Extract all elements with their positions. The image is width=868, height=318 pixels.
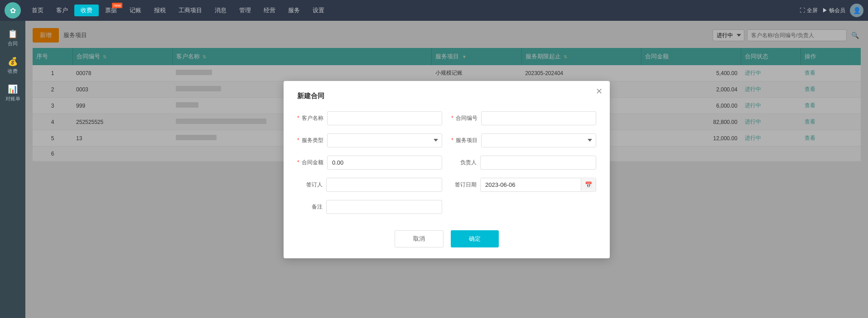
modal-title: 新建合同 [297, 92, 596, 100]
note-input[interactable] [326, 200, 442, 214]
nav-manage[interactable]: 管理 [233, 5, 257, 16]
modal-footer: 取消 确定 [297, 223, 596, 247]
note-label: 备注 [297, 203, 323, 211]
main-layout: 📋 合同 💰 收费 📊 对账单 新增 服务项目 进行中 全部 已完成 已终止 [0, 21, 868, 318]
cancel-button[interactable]: 取消 [395, 230, 444, 247]
member-button[interactable]: ▶ 畅会员 [822, 7, 845, 14]
service-item-label: * 服务项目 [451, 137, 477, 144]
confirm-button[interactable]: 确定 [451, 230, 499, 247]
service-item-select[interactable] [481, 133, 596, 147]
nav-settings[interactable]: 设置 [306, 5, 331, 16]
service-type-select[interactable] [327, 133, 442, 147]
signer-label: 签订人 [297, 181, 323, 189]
nav-invoice[interactable]: 票据 new [99, 5, 123, 16]
form-group-responsible: 负责人 [451, 156, 596, 170]
content-area: 新增 服务项目 进行中 全部 已完成 已终止 🔍 序号 合同编号 [25, 21, 868, 318]
form-row-5: 备注 [297, 200, 596, 214]
sidebar-item-contract[interactable]: 📋 合同 [1, 25, 24, 51]
statement-icon: 📊 [8, 84, 18, 94]
nav-message[interactable]: 消息 [208, 5, 233, 16]
sign-date-label: 签订日期 [451, 181, 477, 189]
date-input-wrapper: 📅 [480, 178, 596, 192]
form-row-3: * 合同金额 负责人 [297, 156, 596, 170]
responsible-input[interactable] [480, 156, 596, 170]
sidebar-item-charge[interactable]: 💰 收费 [1, 53, 24, 78]
sidebar: 📋 合同 💰 收费 📊 对账单 [0, 21, 25, 318]
nav-operation[interactable]: 经营 [257, 5, 282, 16]
nav-service[interactable]: 服务 [282, 5, 306, 16]
form-group-contract-no: * 合同编号 [451, 111, 596, 125]
new-badge: new [112, 3, 122, 8]
fullscreen-button[interactable]: ⛶ 全屏 [800, 7, 817, 14]
signer-input[interactable] [326, 178, 442, 192]
top-navigation: ✿ 首页 客户 收费 票据 new 记账 报税 工商项目 消息 管理 经营 服务… [0, 0, 868, 21]
sidebar-item-statement[interactable]: 📊 对账单 [1, 81, 24, 106]
nav-menu: 首页 客户 收费 票据 new 记账 报税 工商项目 消息 管理 经营 服务 设… [25, 5, 800, 16]
form-row-4: 签订人 签订日期 📅 [297, 178, 596, 192]
form-group-signer: 签订人 [297, 178, 442, 192]
nav-home[interactable]: 首页 [25, 5, 50, 16]
sidebar-item-statement-label: 对账单 [5, 95, 20, 102]
form-group-service-type: * 服务类型 [297, 133, 442, 147]
new-contract-modal: ✕ 新建合同 * 客户名称 * 合同编号 [284, 81, 610, 258]
service-type-label: * 服务类型 [297, 137, 323, 144]
contract-no-label: * 合同编号 [451, 114, 477, 122]
sidebar-item-contract-label: 合同 [8, 40, 18, 47]
user-avatar[interactable]: 👤 [850, 4, 863, 17]
amount-input[interactable] [327, 156, 442, 170]
calendar-icon[interactable]: 📅 [581, 179, 596, 191]
form-group-note: 备注 [297, 200, 442, 214]
contract-icon: 📋 [8, 29, 18, 39]
customer-name-label: * 客户名称 [297, 114, 323, 122]
form-row-2: * 服务类型 * 服务项目 [297, 133, 596, 147]
contract-no-input[interactable] [481, 111, 596, 125]
customer-name-input[interactable] [327, 111, 442, 125]
nav-tax[interactable]: 报税 [148, 5, 172, 16]
responsible-label: 负责人 [451, 159, 477, 166]
sidebar-item-charge-label: 收费 [8, 68, 18, 75]
form-row-1: * 客户名称 * 合同编号 [297, 111, 596, 125]
nav-right-area: ⛶ 全屏 ▶ 畅会员 👤 [800, 4, 863, 17]
modal-overlay: ✕ 新建合同 * 客户名称 * 合同编号 [25, 21, 868, 318]
form-group-service-item: * 服务项目 [451, 133, 596, 147]
nav-bookkeeping[interactable]: 记账 [123, 5, 148, 16]
sign-date-input[interactable] [481, 178, 581, 191]
charge-icon: 💰 [8, 57, 18, 66]
nav-charge[interactable]: 收费 [74, 5, 99, 16]
form-group-customer: * 客户名称 [297, 111, 442, 125]
modal-close-button[interactable]: ✕ [596, 87, 603, 95]
logo-icon: ✿ [5, 2, 21, 19]
form-group-note-placeholder [451, 200, 596, 214]
nav-customer[interactable]: 客户 [50, 5, 74, 16]
nav-business[interactable]: 工商项目 [172, 5, 208, 16]
amount-label: * 合同金额 [297, 159, 323, 166]
form-group-sign-date: 签订日期 📅 [451, 178, 596, 192]
form-group-amount: * 合同金额 [297, 156, 442, 170]
